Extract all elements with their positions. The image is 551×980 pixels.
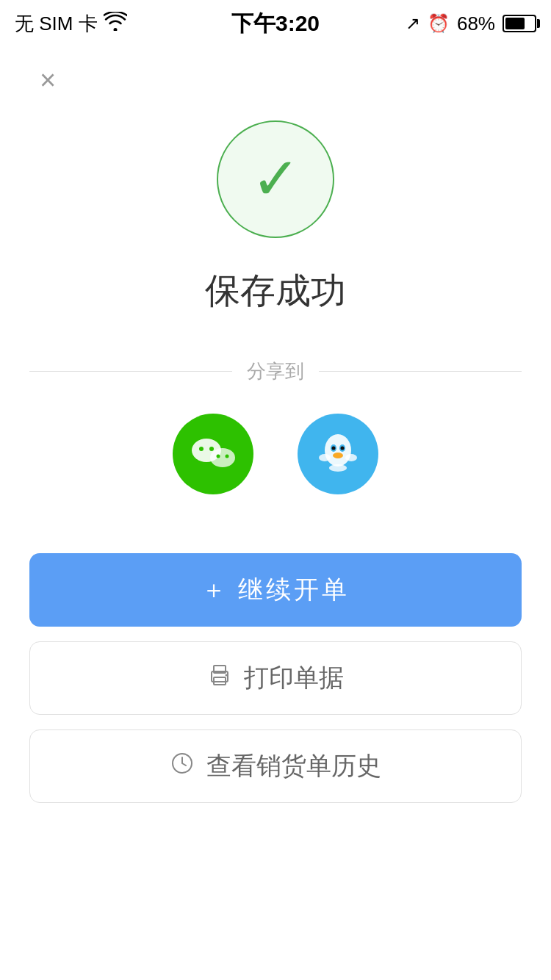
checkmark-icon: ✓: [251, 150, 300, 209]
wechat-icon: [189, 434, 237, 474]
status-right: ↗ ⏰ 68%: [406, 12, 536, 35]
action-buttons: ＋ 继续开单 打印单据: [29, 553, 522, 803]
svg-point-11: [332, 447, 336, 450]
carrier-text: 无 SIM 卡: [15, 11, 98, 37]
svg-point-1: [210, 448, 235, 467]
print-label: 打印单据: [244, 661, 344, 695]
history-button[interactable]: 查看销货单历史: [29, 729, 522, 803]
print-icon: [207, 663, 232, 693]
svg-point-7: [319, 454, 331, 461]
success-title: 保存成功: [205, 267, 346, 314]
svg-point-8: [345, 454, 357, 461]
svg-point-4: [217, 455, 220, 458]
status-carrier: 无 SIM 卡: [15, 11, 127, 37]
print-button[interactable]: 打印单据: [29, 641, 522, 715]
success-indicator: ✓: [217, 120, 334, 238]
svg-point-3: [209, 447, 214, 451]
close-button[interactable]: ×: [29, 62, 66, 98]
close-icon: ×: [40, 66, 56, 94]
svg-point-18: [226, 674, 228, 677]
divider-line-right: [319, 371, 522, 372]
continue-button[interactable]: ＋ 继续开单: [29, 553, 522, 627]
plus-icon: ＋: [201, 573, 226, 607]
svg-point-14: [329, 464, 347, 472]
location-icon: ↗: [406, 13, 420, 34]
wechat-share-button[interactable]: [173, 414, 253, 494]
svg-point-6: [325, 434, 351, 466]
share-divider: 分享到: [29, 359, 522, 384]
svg-point-5: [226, 455, 229, 458]
qq-share-button[interactable]: [298, 414, 378, 494]
alarm-icon: ⏰: [428, 13, 450, 34]
battery-pct: 68%: [457, 12, 495, 35]
continue-label: 继续开单: [238, 573, 350, 607]
status-time: 下午3:20: [231, 9, 320, 39]
svg-point-2: [199, 447, 204, 451]
share-label: 分享到: [247, 359, 304, 384]
share-icons-row: [173, 414, 378, 494]
battery-icon: [503, 15, 536, 32]
wifi-icon: [104, 12, 127, 35]
svg-point-13: [333, 453, 343, 458]
svg-point-12: [341, 447, 345, 450]
history-label: 查看销货单历史: [206, 749, 381, 783]
qq-icon: [317, 430, 359, 478]
status-bar: 无 SIM 卡 下午3:20 ↗ ⏰ 68%: [0, 0, 551, 47]
divider-line-left: [29, 371, 232, 372]
main-content: × ✓ 保存成功 分享到: [0, 47, 551, 980]
clock-icon: [170, 751, 195, 782]
